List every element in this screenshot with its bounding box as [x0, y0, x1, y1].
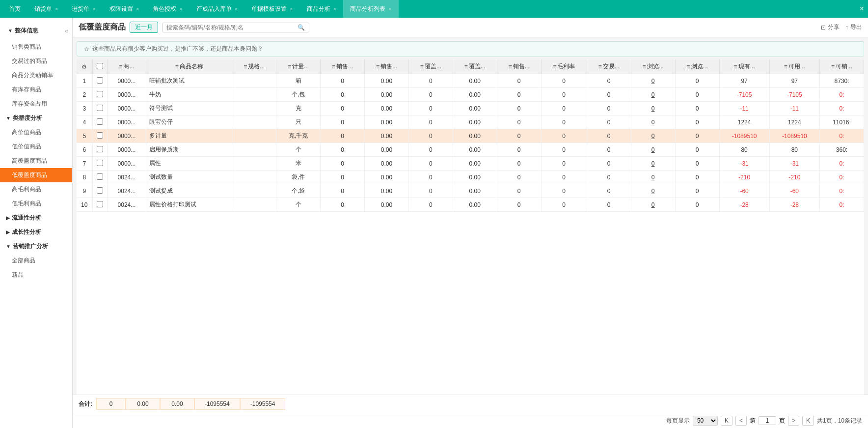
col-sales-qty[interactable]: ≡销售...	[321, 59, 365, 74]
sidebar-item-low-value[interactable]: 低价值商品	[0, 140, 72, 154]
page-size-select[interactable]: 50 100 200	[693, 416, 718, 426]
col-name[interactable]: ≡商品名称	[146, 59, 232, 74]
col-saleable[interactable]: ≡可销...	[820, 59, 864, 74]
col-trade[interactable]: ≡交易...	[587, 59, 631, 74]
nav-close-icon[interactable]: ×	[55, 6, 58, 12]
sidebar-group-overall[interactable]: ▼ 整体信息	[2, 24, 44, 38]
nav-close-icon[interactable]: ×	[290, 6, 293, 12]
nav-permissions[interactable]: 权限设置 ×	[103, 0, 146, 18]
cell-checkbox[interactable]	[92, 157, 107, 171]
window-close-button[interactable]: ×	[860, 4, 864, 13]
nav-close-icon[interactable]: ×	[136, 6, 139, 12]
col-cover2[interactable]: ≡覆盖...	[453, 59, 497, 74]
last-page-button[interactable]: K	[802, 416, 814, 426]
sidebar-item-sales-products[interactable]: 销售类商品	[0, 40, 72, 54]
sidebar-item-low-margin[interactable]: 低毛利商品	[0, 197, 72, 211]
col-settings[interactable]: ⚙	[77, 59, 92, 74]
next-page-button[interactable]: >	[788, 416, 799, 426]
sidebar-group-circulation[interactable]: ▶ 流通性分析	[0, 211, 72, 225]
cell-browse1[interactable]: 0	[631, 171, 675, 184]
cell-checkbox[interactable]	[92, 184, 107, 198]
page-number-input[interactable]	[759, 416, 776, 425]
sidebar-item-traded-products[interactable]: 交易过的商品	[0, 54, 72, 68]
browse-link[interactable]: 0	[651, 174, 655, 181]
col-browse2[interactable]: ≡浏览...	[675, 59, 719, 74]
col-sales2[interactable]: ≡销售...	[497, 59, 541, 74]
sidebar-item-new-products[interactable]: 新品	[0, 268, 72, 282]
cell-checkbox[interactable]	[92, 198, 107, 212]
cell-browse1[interactable]: 0	[631, 74, 675, 88]
cell-browse1[interactable]: 0	[631, 157, 675, 171]
browse-link[interactable]: 0	[651, 160, 655, 167]
sidebar-collapse-button[interactable]: «	[65, 28, 68, 34]
browse-link[interactable]: 0	[651, 133, 655, 140]
nav-close-icon[interactable]: ×	[333, 6, 336, 12]
row-checkbox[interactable]	[97, 105, 103, 111]
search-input[interactable]	[166, 24, 298, 31]
browse-link[interactable]: 0	[651, 188, 655, 195]
browse-link[interactable]: 0	[651, 91, 655, 98]
sidebar-group-cluster[interactable]: ▼ 类群度分析	[0, 111, 72, 125]
cell-browse1[interactable]: 0	[631, 115, 675, 129]
cell-checkbox[interactable]	[92, 74, 107, 88]
nav-purchase-order[interactable]: 进货单 ×	[65, 0, 102, 18]
cell-browse1[interactable]: 0	[631, 129, 675, 143]
sidebar-group-growth[interactable]: ▶ 成长性分析	[0, 225, 72, 239]
nav-home[interactable]: 首页	[2, 0, 27, 18]
first-page-button[interactable]: K	[721, 416, 732, 426]
col-sales-amt[interactable]: ≡销售...	[364, 59, 408, 74]
export-button[interactable]: ↑ 导出	[845, 23, 862, 31]
col-unit[interactable]: ≡计量...	[276, 59, 321, 74]
nav-close-icon[interactable]: ×	[92, 6, 95, 12]
period-button[interactable]: 近一月	[130, 22, 158, 33]
prev-page-button[interactable]: <	[735, 416, 747, 426]
cell-browse1[interactable]: 0	[631, 143, 675, 157]
sidebar-item-high-value[interactable]: 高价值商品	[0, 125, 72, 140]
col-avail[interactable]: ≡可用...	[769, 59, 819, 74]
col-browse1[interactable]: ≡浏览...	[631, 59, 675, 74]
row-checkbox[interactable]	[97, 201, 103, 207]
sidebar-item-high-margin[interactable]: 高毛利商品	[0, 182, 72, 197]
cell-browse1[interactable]: 0	[631, 102, 675, 115]
col-cover1[interactable]: ≡覆盖...	[408, 59, 453, 74]
cell-browse1[interactable]: 0	[631, 184, 675, 198]
sidebar-item-stocked-products[interactable]: 有库存商品	[0, 83, 72, 97]
row-checkbox[interactable]	[97, 187, 103, 194]
share-button[interactable]: ⊡ 分享	[821, 23, 840, 31]
nav-product-storage[interactable]: 产成品入库单 ×	[190, 0, 244, 18]
row-checkbox[interactable]	[97, 132, 103, 139]
sidebar-item-all-products[interactable]: 全部商品	[0, 254, 72, 268]
col-checkbox[interactable]	[92, 59, 107, 74]
sidebar-item-high-coverage[interactable]: 高覆盖度商品	[0, 154, 72, 168]
select-all-checkbox[interactable]	[97, 63, 103, 69]
browse-link[interactable]: 0	[651, 201, 655, 208]
col-gross[interactable]: ≡毛利率	[541, 59, 587, 74]
sidebar-group-marketing[interactable]: ▼ 营销推广分析	[0, 239, 72, 254]
row-checkbox[interactable]	[97, 173, 103, 180]
settings-icon[interactable]: ⚙	[81, 63, 87, 70]
cell-browse1[interactable]: 0	[631, 198, 675, 212]
nav-sales-order[interactable]: 销货单 ×	[27, 0, 65, 18]
nav-product-analysis[interactable]: 商品分析 ×	[300, 0, 343, 18]
sidebar-item-low-coverage[interactable]: 低覆盖度商品	[0, 168, 72, 182]
cell-checkbox[interactable]	[92, 129, 107, 143]
nav-close-icon[interactable]: ×	[388, 6, 391, 12]
col-spec[interactable]: ≡规格...	[232, 59, 276, 74]
browse-link[interactable]: 0	[651, 146, 655, 153]
sidebar-item-category-rate[interactable]: 商品分类动销率	[0, 68, 72, 83]
nav-role-auth[interactable]: 角色授权 ×	[146, 0, 189, 18]
row-checkbox[interactable]	[97, 118, 103, 125]
cell-checkbox[interactable]	[92, 171, 107, 184]
nav-product-analysis-list[interactable]: 商品分析列表 ×	[343, 0, 398, 18]
nav-template-settings[interactable]: 单据模板设置 ×	[244, 0, 299, 18]
browse-link[interactable]: 0	[651, 78, 655, 85]
cell-checkbox[interactable]	[92, 102, 107, 115]
cell-checkbox[interactable]	[92, 143, 107, 157]
browse-link[interactable]: 0	[651, 119, 655, 126]
nav-close-icon[interactable]: ×	[235, 6, 238, 12]
row-checkbox[interactable]	[97, 160, 103, 166]
col-code[interactable]: ≡商...	[107, 59, 146, 74]
col-stock[interactable]: ≡现有...	[719, 59, 769, 74]
cell-browse1[interactable]: 0	[631, 88, 675, 102]
browse-link[interactable]: 0	[651, 105, 655, 112]
